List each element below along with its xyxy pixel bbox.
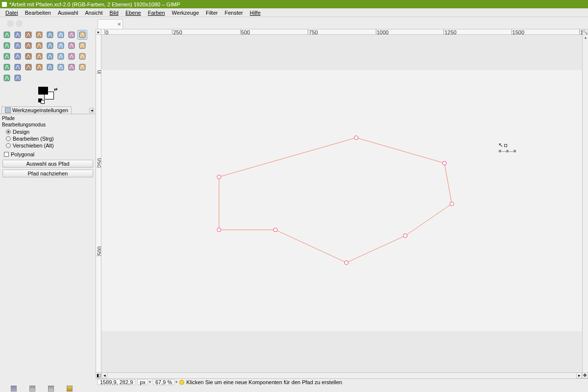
tool-crop[interactable] (56, 41, 66, 50)
btn-selection-from-path[interactable]: Auswahl aus Pfad (2, 160, 93, 168)
app-icon (2, 2, 7, 7)
dock-icon[interactable] (11, 386, 17, 392)
menu-werkzeuge[interactable]: Werkzeuge (169, 9, 202, 16)
status-unit[interactable]: px (137, 379, 148, 385)
menu-ansicht[interactable]: Ansicht (81, 9, 106, 16)
tool-align[interactable] (45, 41, 55, 50)
menu-bearbeiten[interactable]: Bearbeiten (22, 9, 54, 16)
close-icon[interactable]: ✕ (117, 22, 121, 27)
scrollbar-vertical[interactable]: ▴ (582, 35, 588, 372)
anchor-point[interactable] (450, 202, 454, 206)
menu-auswahl[interactable]: Auswahl (54, 9, 82, 16)
quick-mask-icon[interactable]: ◧ (96, 372, 101, 378)
ruler-vertical[interactable]: 0250500 (96, 35, 101, 372)
anchor-point[interactable] (354, 136, 358, 140)
color-swatch[interactable]: ⇄ (38, 87, 58, 102)
tool-color-picker[interactable] (2, 41, 12, 50)
menu-farben[interactable]: Farben (145, 9, 169, 16)
tool-eraser[interactable] (13, 62, 23, 72)
tool-ellipse-select[interactable] (13, 30, 23, 40)
tool-rect-select[interactable] (2, 30, 12, 40)
check-polygonal[interactable]: Polygonal (2, 151, 94, 158)
tool-pencil[interactable] (77, 51, 87, 61)
anchor-point[interactable] (442, 161, 446, 165)
status-zoom[interactable]: 67,9 % (153, 379, 174, 385)
tool-cage[interactable] (34, 51, 44, 61)
radio-move[interactable]: Verschieben (Alt) (2, 142, 94, 149)
swap-colors-icon[interactable]: ⇄ (54, 87, 58, 92)
navigation-icon[interactable]: ✥ (582, 372, 588, 378)
document-tabs: ✕ (96, 17, 588, 29)
dock-menu-icon[interactable]: ◂ (89, 108, 94, 113)
menu-ebene[interactable]: Ebene (122, 9, 145, 16)
tool-blend[interactable] (67, 51, 76, 61)
menu-datei[interactable]: Datei (2, 9, 22, 16)
tool-scale[interactable] (77, 41, 87, 50)
dock-icon[interactable] (67, 386, 73, 392)
viewport[interactable]: ↖ ⊕—⊕—⊕ (101, 35, 582, 372)
menu-bild[interactable]: Bild (106, 9, 122, 16)
toolbox: ⇄ (0, 17, 96, 103)
menu-fenster[interactable]: Fenster (221, 9, 246, 16)
anchor-point[interactable] (217, 175, 221, 179)
tool-heal[interactable] (56, 62, 66, 72)
tool-dodge-burn[interactable] (13, 73, 23, 83)
radio-icon (6, 129, 11, 134)
tool-flip[interactable] (24, 51, 33, 61)
zoom-fit-icon[interactable]: 🔍 (582, 29, 588, 35)
tool-measure[interactable] (24, 41, 33, 50)
tool-ink[interactable] (34, 62, 44, 72)
tool-options-panel: Pfade Bearbeitungsmodus Design Bearbeite… (0, 114, 96, 181)
tool-zoom[interactable] (13, 41, 23, 50)
tool-free-select[interactable] (24, 30, 33, 40)
tool-paths[interactable] (77, 30, 87, 40)
tool-perspective-clone[interactable] (67, 62, 76, 72)
ruler-horizontal[interactable]: 02505007501000125015001750 (101, 29, 582, 35)
anchor-point[interactable] (403, 234, 407, 238)
scrollbar-horizontal[interactable] (107, 372, 576, 378)
tool-clone[interactable] (45, 62, 55, 72)
unit-dropdown-icon[interactable]: ▾ (149, 380, 151, 384)
tool-paintbrush[interactable] (2, 62, 12, 72)
tool-rotate[interactable] (67, 41, 76, 50)
scroll-left-icon[interactable]: ◂ (101, 372, 107, 378)
ruler-origin[interactable]: ▸ (96, 29, 101, 35)
window-title: *Arbeit mit Pfaden.xcf-2.0 (RGB-Farben, … (9, 1, 180, 7)
tool-foreground-select[interactable] (67, 30, 76, 40)
statusbar: 1589,9, 282,9 px ▾ 67,9 % ▾ Klicken Sie … (96, 378, 588, 385)
ruler-h-tick: 1500 (512, 29, 524, 34)
ruler-v-tick: 250 (97, 158, 101, 168)
ruler-v-tick: 500 (97, 246, 101, 256)
anchor-point[interactable] (273, 228, 277, 232)
zoom-dropdown-icon[interactable]: ▾ (175, 380, 177, 384)
menu-filter[interactable]: Filter (202, 9, 221, 16)
menu-hilfe[interactable]: Hilfe (246, 9, 264, 16)
scroll-up-icon[interactable]: ▴ (583, 35, 588, 40)
document-tab[interactable]: ✕ (98, 19, 123, 29)
radio-design[interactable]: Design (2, 128, 94, 135)
tool-options-dock: Werkzeugeinstellungen ◂ Pfade Bearbeitun… (0, 106, 96, 181)
tool-blur-sharpen[interactable] (77, 62, 87, 72)
tool-move[interactable] (34, 41, 44, 50)
anchor-point[interactable] (217, 228, 221, 232)
path-overlay (101, 35, 582, 372)
tool-perspective[interactable] (13, 51, 23, 61)
tool-scissors[interactable] (56, 30, 66, 40)
dock-icon[interactable] (29, 386, 35, 392)
tool-fuzzy-select[interactable] (34, 30, 44, 40)
radio-label: Design (13, 129, 29, 135)
tool-airbrush[interactable] (24, 62, 33, 72)
hint-bulb-icon (179, 380, 184, 385)
btn-stroke-path[interactable]: Pfad nachziehen (2, 170, 93, 177)
tool-color-select[interactable] (45, 30, 55, 40)
dock-tab-tool-options[interactable]: Werkzeugeinstellungen (1, 106, 72, 114)
scroll-right-icon[interactable]: ▸ (576, 372, 582, 378)
tool-text[interactable] (45, 51, 55, 61)
tool-shear[interactable] (2, 51, 12, 61)
foreground-color[interactable] (38, 87, 48, 95)
tool-smudge[interactable] (2, 73, 12, 83)
tool-bucket-fill[interactable] (56, 51, 66, 61)
anchor-point[interactable] (344, 261, 348, 265)
radio-edit[interactable]: Bearbeiten (Strg) (2, 135, 94, 142)
path-line (219, 138, 452, 263)
